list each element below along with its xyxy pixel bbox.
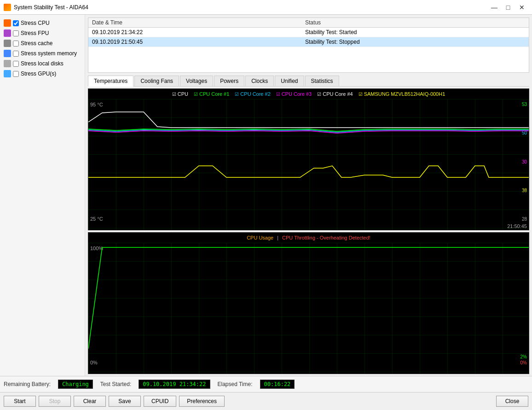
cpu-icon [4, 19, 11, 27]
log-status: Stability Test: Stopped [301, 37, 529, 47]
start-button[interactable]: Start [4, 396, 36, 407]
log-row[interactable]: 09.10.2019 21:50:45Stability Test: Stopp… [88, 37, 529, 47]
test-started-label: Test Started: [100, 381, 131, 387]
stress-gpu-item: Stress GPU(s) [2, 69, 83, 78]
battery-value: Charging [58, 380, 93, 389]
svg-rect-0 [88, 99, 529, 230]
stress-fpu-label: Stress FPU [21, 30, 49, 36]
save-button[interactable]: Save [109, 396, 141, 407]
stress-gpu-label: Stress GPU(s) [21, 70, 56, 77]
log-datetime: 09.10.2019 21:34:22 [88, 28, 301, 37]
legend-check: ☑ [359, 92, 363, 97]
legend-check: ☑ [194, 92, 198, 97]
elapsed-label: Elapsed Time: [218, 381, 253, 387]
legend-cpu-core-#1: ☑CPU Core #1 [194, 91, 229, 97]
tab-temperatures[interactable]: Temperatures [88, 76, 133, 87]
tab-cooling-fans[interactable]: Cooling Fans [134, 76, 179, 86]
log-datetime: 09.10.2019 21:50:45 [88, 37, 301, 47]
charts-area: ☑CPU☑CPU Core #1☑CPU Core #2☑CPU Core #3… [88, 87, 529, 376]
legend-label: CPU [178, 91, 188, 97]
stop-button[interactable]: Stop [39, 396, 71, 407]
tab-unified[interactable]: Unified [275, 76, 304, 86]
stress-disk-checkbox[interactable] [13, 61, 19, 67]
usage-title-right: CPU Throttling - Overheating Detected! [282, 235, 370, 240]
right-buttons: Close [496, 396, 528, 407]
cpuid-button[interactable]: CPUID [144, 396, 176, 407]
legend-label: CPU Core #1 [199, 91, 229, 97]
legend-check: ☑ [235, 92, 239, 97]
stress-gpu-checkbox[interactable] [13, 71, 19, 77]
temp-chart-svg [88, 99, 529, 230]
legend-check: ☑ [317, 92, 321, 97]
log-status: Stability Test: Started [301, 28, 529, 37]
bottom-bar: Start Stop Clear Save CPUID Preferences … [0, 392, 532, 410]
usage-chart: CPU Usage | CPU Throttling - Overheating… [88, 232, 529, 374]
stress-disk-item: Stress local disks [2, 59, 83, 68]
stress-cache-label: Stress cache [21, 40, 52, 47]
legend-label: CPU Core #4 [323, 91, 353, 97]
app-icon [4, 4, 11, 11]
fpu-icon [4, 29, 11, 37]
stress-cpu-label: Stress CPU [21, 20, 50, 26]
tabs: TemperaturesCooling FansVoltagesPowersCl… [88, 76, 529, 86]
temp-legend: ☑CPU☑CPU Core #1☑CPU Core #2☑CPU Core #3… [172, 90, 445, 98]
legend-cpu: ☑CPU [172, 91, 188, 97]
title-bar: System Stability Test - AIDA64 — □ ✕ [0, 0, 532, 15]
close-button[interactable]: Close [496, 396, 528, 407]
window-controls: — □ ✕ [488, 2, 528, 12]
col-datetime: Date & Time [88, 18, 301, 28]
legend-cpu-core-#3: ☑CPU Core #3 [276, 91, 312, 97]
stress-memory-label: Stress system memory [21, 50, 77, 57]
gpu-icon [4, 70, 11, 77]
stress-cpu-checkbox[interactable] [13, 20, 19, 26]
tab-clocks[interactable]: Clocks [245, 76, 274, 86]
preferences-button[interactable]: Preferences [179, 396, 225, 407]
tab-powers[interactable]: Powers [214, 76, 244, 86]
tabs-container: TemperaturesCooling FansVoltagesPowersCl… [88, 76, 529, 87]
window-title: System Stability Test - AIDA64 [14, 4, 88, 11]
stress-memory-checkbox[interactable] [13, 51, 19, 57]
right-panel: Date & Time Status 09.10.2019 21:34:22St… [85, 15, 532, 376]
minimize-button[interactable]: — [488, 2, 501, 12]
battery-label: Remaining Battery: [4, 381, 51, 387]
legend-check: ☑ [172, 92, 176, 97]
usage-chart-title: CPU Usage | CPU Throttling - Overheating… [88, 233, 529, 243]
tab-voltages[interactable]: Voltages [180, 76, 213, 86]
stress-fpu-checkbox[interactable] [13, 30, 19, 36]
cache-icon [4, 40, 11, 47]
legend-cpu-core-#4: ☑CPU Core #4 [317, 91, 353, 97]
log-row[interactable]: 09.10.2019 21:34:22Stability Test: Start… [88, 28, 529, 37]
left-buttons: Start Stop Clear Save CPUID Preferences [4, 396, 225, 407]
close-window-button[interactable]: ✕ [515, 2, 528, 12]
tab-statistics[interactable]: Statistics [305, 76, 339, 86]
stress-memory-item: Stress system memory [2, 49, 83, 58]
legend-label: CPU Core #2 [240, 91, 270, 97]
legend-check: ☑ [276, 92, 280, 97]
svg-rect-1 [88, 243, 529, 374]
legend-label: CPU Core #3 [282, 91, 312, 97]
stress-cache-item: Stress cache [2, 39, 83, 48]
clear-button[interactable]: Clear [74, 396, 106, 407]
bottom-status: Remaining Battery: Charging Test Started… [0, 376, 532, 392]
stress-disk-label: Stress local disks [21, 60, 64, 67]
stress-fpu-item: Stress FPU [2, 29, 83, 38]
disk-icon [4, 60, 11, 67]
usage-separator: | [277, 235, 278, 240]
test-started-value: 09.10.2019 21:34:22 [139, 380, 210, 389]
stress-cpu-item: Stress CPU [2, 18, 83, 28]
usage-title-left: CPU Usage [247, 235, 273, 240]
elapsed-value: 00:16:22 [260, 380, 295, 389]
maximize-button[interactable]: □ [502, 2, 515, 12]
legend-label: SAMSUNG MZVLB512HAIQ-000H1 [364, 91, 445, 97]
left-panel: Stress CPU Stress FPU Stress cache Stres… [0, 15, 85, 376]
usage-chart-svg [88, 243, 529, 374]
memory-icon [4, 50, 11, 57]
col-status: Status [301, 18, 529, 28]
legend-cpu-core-#2: ☑CPU Core #2 [235, 91, 270, 97]
log-area: Date & Time Status 09.10.2019 21:34:22St… [88, 18, 529, 73]
legend-samsung-mzvlb512haiq-000h1: ☑SAMSUNG MZVLB512HAIQ-000H1 [359, 91, 445, 97]
temp-chart: ☑CPU☑CPU Core #1☑CPU Core #2☑CPU Core #3… [88, 88, 529, 230]
temp-chart-legend-bar: ☑CPU☑CPU Core #1☑CPU Core #2☑CPU Core #3… [88, 89, 529, 99]
log-table: Date & Time Status 09.10.2019 21:34:22St… [88, 18, 529, 47]
stress-cache-checkbox[interactable] [13, 41, 19, 47]
